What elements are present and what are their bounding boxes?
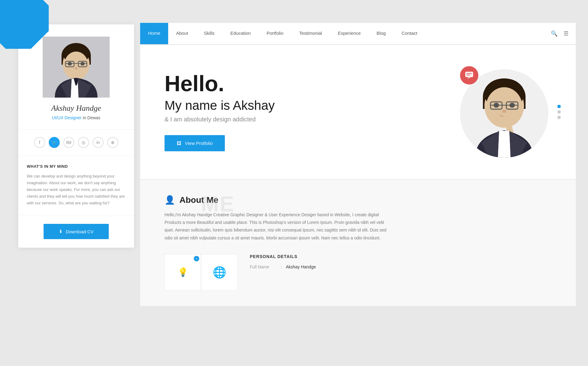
download-cv-button[interactable]: ⬇ Download CV xyxy=(44,224,109,239)
main-content: Home About Skills Education Portfolio Te… xyxy=(140,23,576,360)
bulb-icon: 💡 xyxy=(178,267,188,277)
chat-bubble[interactable] xyxy=(460,66,478,84)
about-description: Hello,I'm Akshay Handge Creative Graphic… xyxy=(165,211,393,242)
download-cv-label: Download CV xyxy=(66,229,94,234)
nav-spacer xyxy=(425,23,544,44)
svg-rect-13 xyxy=(465,72,473,77)
about-card-bulb: 💡 + xyxy=(165,254,201,291)
nav-icons: 🔍 ☰ xyxy=(544,23,576,44)
menu-icon[interactable]: ☰ xyxy=(564,30,569,37)
svg-point-10 xyxy=(80,62,85,66)
about-section: 👤 About Me ME Hello,I'm Akshay Handge Cr… xyxy=(140,180,576,306)
card-plus-icon: + xyxy=(194,256,199,261)
page-dot-3[interactable] xyxy=(558,116,561,119)
corner-decoration xyxy=(0,0,49,49)
view-portfolio-label: View Protfolio xyxy=(185,141,213,146)
page-dot-2[interactable] xyxy=(558,110,561,113)
personal-details: PERSONAL DETAILS Full Name : Akshay Hand… xyxy=(250,254,551,291)
page-dots xyxy=(558,105,561,119)
about-bottom: 💡 + 🌐 PERSONAL DETAILS Full Name : Aksha… xyxy=(165,254,551,291)
sidebar: Akshay Handge UI/UX Designer in Dewas f … xyxy=(18,24,134,248)
sidebar-name: Akshay Handge xyxy=(24,104,128,113)
svg-point-9 xyxy=(68,62,72,66)
nav-experience[interactable]: Experience xyxy=(330,23,369,44)
svg-point-27 xyxy=(502,110,506,113)
sidebar-mind-title: WHAT'S IN MY MIND xyxy=(27,164,126,169)
facebook-icon[interactable]: f xyxy=(34,137,45,148)
svg-rect-15 xyxy=(466,75,470,75)
avatar xyxy=(43,37,110,98)
hero-name-line: My name is Akshay xyxy=(165,98,454,113)
portfolio-icon: 🖼 xyxy=(177,141,181,146)
view-portfolio-button[interactable]: 🖼 View Protfolio xyxy=(165,135,225,151)
svg-point-21 xyxy=(486,87,522,127)
detail-row-name: Full Name : Akshay Handge xyxy=(250,264,551,269)
nav-skills[interactable]: Skills xyxy=(196,23,222,44)
twitter-icon[interactable]: 🐦 xyxy=(49,137,60,148)
globe-icon: 🌐 xyxy=(213,266,226,279)
nav-about[interactable]: About xyxy=(168,23,196,44)
sidebar-mind: WHAT'S IN MY MIND We can develop and des… xyxy=(18,156,134,215)
about-header: 👤 About Me ME xyxy=(165,195,551,205)
nav-home[interactable]: Home xyxy=(140,23,168,44)
svg-rect-14 xyxy=(466,73,472,74)
about-bg-text: ME xyxy=(201,192,235,216)
page-dot-1[interactable] xyxy=(558,105,561,108)
nav-education[interactable]: Education xyxy=(222,23,259,44)
instagram-icon[interactable]: ◎ xyxy=(78,137,89,148)
navbar: Home About Skills Education Portfolio Te… xyxy=(140,23,576,44)
nav-testimonial[interactable]: Testimonial xyxy=(291,23,330,44)
linkedin-icon[interactable]: in xyxy=(93,137,104,148)
personal-details-title: PERSONAL DETAILS xyxy=(250,254,551,259)
hero-text: Hello. My name is Akshay & I am absolute… xyxy=(165,73,454,151)
nav-portfolio[interactable]: Portfolio xyxy=(259,23,291,44)
about-cards: 💡 + 🌐 xyxy=(165,254,238,291)
hero-section: Hello. My name is Akshay & I am absolute… xyxy=(140,45,576,179)
sidebar-mind-text: We can develop and design anything beyon… xyxy=(27,173,126,206)
detail-label-name: Full Name xyxy=(250,264,277,269)
nav-contact[interactable]: Contact xyxy=(394,23,425,44)
hero-avatar-area xyxy=(454,63,551,161)
hero-subtitle: & I am absolutely design addicted xyxy=(165,116,454,123)
sidebar-download: ⬇ Download CV xyxy=(18,215,134,248)
svg-point-11 xyxy=(75,67,78,70)
detail-value-name: Akshay Handge xyxy=(286,264,316,269)
hero-greeting: Hello. xyxy=(165,73,454,95)
dribbble-icon[interactable]: ⊕ xyxy=(107,137,118,148)
behance-icon[interactable]: Bé xyxy=(63,137,74,148)
search-icon[interactable]: 🔍 xyxy=(551,30,558,37)
person-icon: 👤 xyxy=(165,195,175,205)
download-icon: ⬇ xyxy=(59,229,63,234)
svg-point-26 xyxy=(509,103,515,108)
sidebar-role: UI/UX Designer in Dewas xyxy=(24,115,128,120)
svg-point-25 xyxy=(494,103,499,108)
svg-point-5 xyxy=(64,52,88,80)
sidebar-social: f 🐦 Bé ◎ in ⊕ xyxy=(18,130,134,156)
about-card-globe: 🌐 xyxy=(201,254,238,291)
nav-blog[interactable]: Blog xyxy=(369,23,394,44)
svg-point-12 xyxy=(76,70,84,76)
